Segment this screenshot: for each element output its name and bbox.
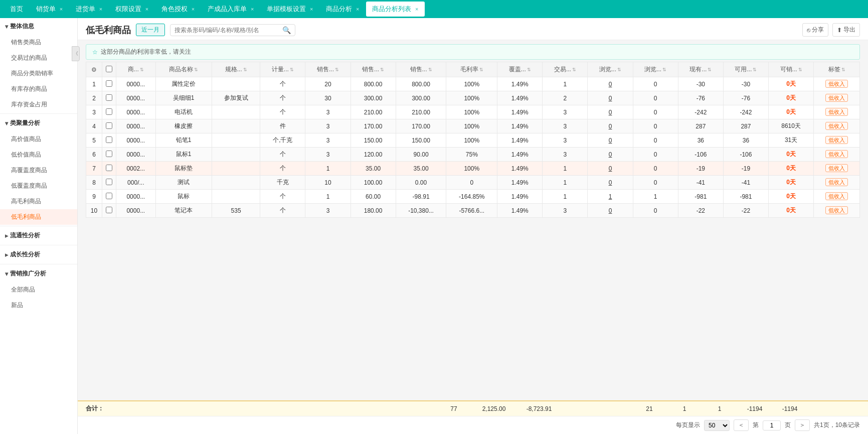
row-code[interactable]: 0000... [116, 204, 156, 218]
row-browse1[interactable]: 0 [588, 91, 633, 105]
export-btn[interactable]: ⬆ 导出 [832, 23, 860, 37]
table-row[interactable]: 2 0000... 吴细细1 参加复试 个 30 300.00 300.00 1… [86, 91, 860, 105]
row-code[interactable]: 0000... [116, 91, 156, 105]
col-transaction[interactable]: 交易...⇅ [543, 62, 588, 77]
col-usable[interactable]: 可用...⇅ [723, 62, 768, 77]
nav-permission[interactable]: 权限设置 × [109, 2, 154, 17]
per-page-select[interactable]: 50 100 200 [704, 420, 730, 431]
row-checkbox[interactable] [102, 105, 116, 119]
nav-permission-close[interactable]: × [145, 6, 148, 12]
row-code[interactable]: 0000... [116, 119, 156, 133]
table-row[interactable]: 1 0000... 属性定价 个 20 800.00 800.00 100% 1… [86, 77, 860, 91]
row-checkbox[interactable] [102, 162, 116, 176]
row-code[interactable]: 0002... [116, 162, 156, 176]
sidebar-group-overall[interactable]: ▾ 整体信息 [0, 18, 77, 35]
row-checkbox[interactable] [102, 77, 116, 91]
filter-recent-month-btn[interactable]: 近一月 [136, 24, 165, 36]
row-browse1[interactable]: 0 [588, 204, 633, 218]
sidebar-item-traded-goods[interactable]: 交易过的商品 [0, 50, 77, 66]
table-row[interactable]: 4 0000... 橡皮擦 件 3 170.00 170.00 100% 1.4… [86, 119, 860, 133]
nav-analysis-list[interactable]: 商品分析列表 × [366, 2, 424, 17]
prev-page-btn[interactable]: ＜ [734, 419, 749, 431]
col-sales-profit[interactable]: 销售...⇅ [396, 62, 446, 77]
row-browse1[interactable]: 0 [588, 105, 633, 119]
sidebar-group-cluster[interactable]: ▾ 类聚量分析 [0, 115, 77, 131]
sidebar-item-low-value[interactable]: 低价值商品 [0, 147, 77, 163]
row-browse1[interactable]: 0 [588, 148, 633, 162]
col-name[interactable]: 商品名称⇅ [155, 62, 212, 77]
row-name[interactable]: 测试 [155, 176, 212, 190]
nav-analysis-list-close[interactable]: × [415, 6, 418, 12]
sidebar-group-circulation[interactable]: ▸ 流通性分析 [0, 227, 77, 244]
table-row[interactable]: 6 0000... 鼠标1 个 3 120.00 90.00 75% 1.49%… [86, 148, 860, 162]
sidebar-group-marketing[interactable]: ▾ 营销推广分析 [0, 265, 77, 282]
nav-sales-close[interactable]: × [60, 6, 63, 12]
nav-template[interactable]: 单据模板设置 × [261, 2, 319, 17]
row-checkbox[interactable] [102, 204, 116, 218]
sidebar-item-low-margin[interactable]: 低毛利商品 [0, 209, 77, 225]
row-browse1[interactable]: 0 [588, 162, 633, 176]
row-name[interactable]: 属性定价 [155, 77, 212, 91]
col-tag[interactable]: 标签⇅ [814, 62, 860, 77]
row-code[interactable]: 0000... [116, 133, 156, 148]
next-page-btn[interactable]: ＞ [795, 419, 810, 431]
nav-purchase-close[interactable]: × [99, 6, 102, 12]
row-code[interactable]: 000/... [116, 176, 156, 190]
row-name[interactable]: 鼠标 [155, 190, 212, 204]
row-checkbox[interactable] [102, 148, 116, 162]
row-code[interactable]: 0000... [116, 190, 156, 204]
col-spec[interactable]: 规格...⇅ [212, 62, 260, 77]
table-row[interactable]: 7 0002... 鼠标垫 个 1 35.00 35.00 100% 1.49%… [86, 162, 860, 176]
sidebar-item-stock-capital[interactable]: 库存资金占用 [0, 97, 77, 112]
row-browse1[interactable]: 0 [588, 176, 633, 190]
table-row[interactable]: 3 0000... 电话机 个 3 210.00 210.00 100% 1.4… [86, 105, 860, 119]
sidebar-item-in-stock[interactable]: 有库存的商品 [0, 81, 77, 97]
col-browse2[interactable]: 浏览...⇅ [633, 62, 678, 77]
row-name[interactable]: 吴细细1 [155, 91, 212, 105]
nav-home[interactable]: 首页 [4, 2, 29, 17]
nav-template-close[interactable]: × [310, 6, 313, 12]
select-all-checkbox[interactable] [106, 66, 112, 72]
col-browse1[interactable]: 浏览...⇅ [588, 62, 633, 77]
row-name[interactable]: 笔记本 [155, 204, 212, 218]
nav-purchase[interactable]: 进货单 × [70, 2, 108, 17]
sidebar-item-high-value[interactable]: 高价值商品 [0, 131, 77, 147]
sidebar-item-high-coverage[interactable]: 高覆盖度商品 [0, 163, 77, 178]
row-browse1[interactable]: 0 [588, 119, 633, 133]
col-check[interactable] [102, 62, 116, 77]
nav-role-close[interactable]: × [192, 6, 195, 12]
sidebar-item-sales-goods[interactable]: 销售类商品 [0, 35, 77, 50]
nav-analysis-close[interactable]: × [356, 6, 359, 12]
share-btn[interactable]: ⎋ 分享 [802, 23, 828, 37]
row-code[interactable]: 0000... [116, 148, 156, 162]
table-row[interactable]: 10 0000... 笔记本 535 个 3 180.00 -10,380...… [86, 204, 860, 218]
col-sellable[interactable]: 可销...⇅ [769, 62, 814, 77]
nav-sales[interactable]: 销货单 × [30, 2, 69, 17]
nav-analysis[interactable]: 商品分析 × [320, 2, 365, 17]
search-input[interactable] [175, 27, 282, 34]
col-gear[interactable]: ⚙ [86, 62, 102, 77]
row-code[interactable]: 0000... [116, 77, 156, 91]
sidebar-item-category-rate[interactable]: 商品分类助销率 [0, 66, 77, 81]
nav-product-entry[interactable]: 产成品入库单 × [202, 2, 260, 17]
sidebar-group-growth[interactable]: ▸ 成长性分析 [0, 246, 77, 263]
row-code[interactable]: 0000... [116, 105, 156, 119]
row-name[interactable]: 鼠标1 [155, 148, 212, 162]
page-number-input[interactable] [763, 420, 781, 430]
sidebar-item-all-goods[interactable]: 全部商品 [0, 282, 77, 298]
col-unit[interactable]: 计量...⇅ [260, 62, 305, 77]
row-name[interactable]: 橡皮擦 [155, 119, 212, 133]
sidebar-collapse-btn[interactable]: 《 [72, 46, 80, 61]
sidebar-item-high-margin[interactable]: 高毛利商品 [0, 194, 77, 209]
table-row[interactable]: 8 000/... 测试 千克 10 100.00 0.00 0 1.49% 1… [86, 176, 860, 190]
row-checkbox[interactable] [102, 190, 116, 204]
table-row[interactable]: 5 0000... 铅笔1 个,千克 3 150.00 150.00 100% … [86, 133, 860, 148]
row-browse1[interactable]: 0 [588, 77, 633, 91]
col-margin[interactable]: 毛利率⇅ [446, 62, 497, 77]
row-checkbox[interactable] [102, 119, 116, 133]
row-browse1[interactable]: 1 [588, 190, 633, 204]
table-row[interactable]: 9 0000... 鼠标 个 1 60.00 -98.91 -164.85% 1… [86, 190, 860, 204]
row-browse1[interactable]: 0 [588, 133, 633, 148]
row-name[interactable]: 鼠标垫 [155, 162, 212, 176]
sidebar-item-new-goods[interactable]: 新品 [0, 298, 77, 313]
